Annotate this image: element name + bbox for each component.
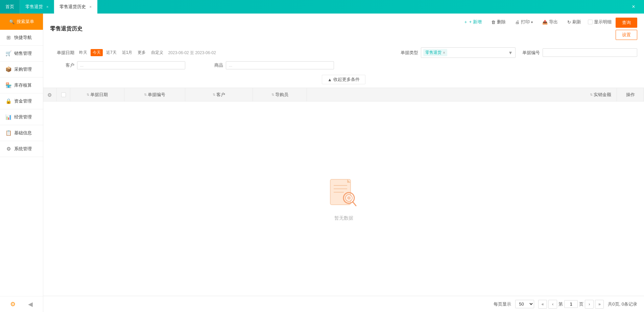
sidebar-item-purchase-mgmt[interactable]: 📦 采购管理 [0, 62, 43, 77]
page-unit: 页 [579, 301, 583, 307]
page-title-row: 零售退货历史 ＋ + 新增 🗑 删除 🖨 打印 [50, 18, 637, 43]
doc-no-label: 单据编号 [516, 50, 543, 56]
th-order-no-label: 单据编号 [148, 92, 165, 98]
goods-label: 商品 [199, 62, 226, 68]
date-more-btn[interactable]: 更多 [136, 49, 148, 56]
doc-type-tag-remove[interactable]: × [443, 50, 445, 55]
settings-button[interactable]: 设置 [616, 30, 637, 40]
date-1month-btn[interactable]: 近1月 [120, 49, 135, 56]
sidebar-settings-icon[interactable]: ⚙ [10, 300, 16, 308]
collapse-label: 收起更多条件 [333, 76, 360, 83]
purchase-mgmt-icon: 📦 [5, 66, 11, 72]
sort-guide-icon[interactable]: ⇅ [271, 93, 274, 96]
doc-type-select[interactable]: 零售退货 × ▾ [421, 47, 516, 58]
new-button[interactable]: ＋ + 新增 [461, 18, 484, 26]
sidebar-item-system-mgmt[interactable]: ⚙ 系统管理 [0, 141, 43, 157]
th-date-label: 单据日期 [90, 92, 108, 98]
search-icon: 🔍 [9, 19, 15, 24]
doc-type-arrow-icon[interactable]: ▾ [506, 49, 515, 56]
th-settings: ⚙ [43, 88, 57, 101]
th-operation: 操作 [617, 88, 644, 101]
doc-no-input[interactable] [543, 48, 637, 57]
sidebar-item-system-mgmt-label: 系统管理 [14, 146, 32, 152]
print-icon: 🖨 [515, 20, 520, 25]
collapse-icon: ▲ [328, 77, 332, 82]
delete-icon: 🗑 [491, 20, 496, 25]
page-last-btn[interactable]: » [595, 300, 604, 309]
date-today-btn[interactable]: 今天 [91, 49, 103, 56]
tab-retail-return-close[interactable]: × [46, 5, 48, 9]
tab-home[interactable]: 首页 [0, 0, 20, 14]
new-icon: ＋ [463, 19, 468, 25]
print-button[interactable]: 🖨 打印 ▾ [512, 18, 535, 26]
sidebar-item-business[interactable]: 📊 经营管理 [0, 109, 43, 125]
window-close-button[interactable]: × [628, 2, 639, 12]
sidebar-item-sales-mgmt[interactable]: 🛒 销售管理 [0, 46, 43, 62]
tab-retail-return-history-close[interactable]: × [89, 5, 91, 9]
doc-type-tag-label: 零售退货 [425, 50, 442, 55]
page-header: 零售退货历史 ＋ + 新增 🗑 删除 🖨 打印 [43, 14, 644, 88]
date-yesterday-btn[interactable]: 昨天 [77, 49, 89, 56]
page-first-btn[interactable]: « [538, 300, 547, 309]
collapse-more-btn[interactable]: ▲ 收起更多条件 [322, 75, 365, 84]
tab-retail-return-label: 零售退货 [25, 4, 43, 10]
sidebar-collapse-icon[interactable]: ◀ [28, 300, 33, 308]
th-checkbox [57, 88, 70, 101]
th-amount-label: 实销金额 [594, 92, 611, 98]
pagination-bar: 每页显示 10 20 50 100 « ‹ 第 页 › » 共0页, 0条记录 [43, 296, 644, 312]
customer-input[interactable]: ... [77, 61, 185, 69]
show-detail-checkbox[interactable] [588, 20, 593, 24]
total-info: 共0页, 0条记录 [608, 301, 637, 307]
refresh-button[interactable]: ↻ 刷新 [565, 18, 584, 26]
sidebar-item-basic-info[interactable]: 📋 基础信息 [0, 125, 43, 141]
sidebar-search-label: 搜索菜单 [17, 19, 34, 25]
customer-label: 客户 [50, 62, 77, 68]
query-button[interactable]: 查询 [616, 18, 637, 28]
goods-placeholder: ... [229, 63, 232, 68]
date-custom-btn[interactable]: 自定义 [149, 49, 165, 56]
quick-nav-icon: ⊞ [5, 35, 11, 41]
sort-order-icon[interactable]: ⇅ [144, 93, 147, 96]
column-settings-icon[interactable]: ⚙ [47, 92, 53, 97]
date-range-display: 2023-06-02 至 2023-06-02 [168, 50, 216, 56]
business-icon: 📊 [5, 114, 11, 120]
sort-date-icon[interactable]: ⇅ [87, 93, 89, 96]
empty-illustration [324, 176, 364, 210]
export-label: 导出 [549, 19, 558, 25]
sidebar-search[interactable]: 🔍 搜索菜单 [0, 14, 43, 30]
finance-icon: 🔒 [5, 98, 11, 104]
sidebar-item-finance[interactable]: 🔒 资金管理 [0, 93, 43, 109]
tab-retail-return-history-label: 零售退货历史 [59, 4, 86, 10]
page-number-input[interactable] [564, 300, 578, 308]
page-label: 第 [558, 301, 563, 307]
sidebar-item-basic-info-label: 基础信息 [14, 130, 32, 136]
select-all-checkbox[interactable] [61, 92, 66, 97]
sort-amount-icon[interactable]: ⇅ [590, 93, 593, 96]
th-customer: ⇅ 客户 [185, 88, 253, 101]
toolbar-right-btns: 查询 设置 [616, 18, 637, 40]
sidebar-item-purchase-mgmt-label: 采购管理 [14, 66, 32, 72]
sidebar-item-inventory[interactable]: 🏪 库存核算 [0, 77, 43, 93]
table-header: ⚙ ⇅ 单据日期 ⇅ 单据编号 ⇅ 客户 ⇅ [43, 88, 644, 102]
export-icon: 📤 [542, 20, 548, 25]
date-filter-group: 昨天 今天 近7天 近1月 更多 自定义 2023-06-02 至 2023-0… [77, 49, 394, 56]
page-prev-btn[interactable]: ‹ [548, 300, 557, 309]
th-guide-label: 导购员 [275, 92, 288, 98]
sort-customer-icon[interactable]: ⇅ [213, 93, 215, 96]
tab-retail-return[interactable]: 零售退货 × [20, 0, 54, 14]
main-layout: 🔍 搜索菜单 ⊞ 快捷导航 🛒 销售管理 📦 采购管理 🏪 库存核算 🔒 资金管… [0, 14, 644, 312]
goods-input[interactable]: ... [226, 61, 334, 69]
svg-line-7 [353, 202, 356, 206]
page-next-btn[interactable]: › [585, 300, 594, 309]
th-date: ⇅ 单据日期 [70, 88, 124, 101]
date-7days-btn[interactable]: 近7天 [104, 49, 119, 56]
th-operation-label: 操作 [626, 92, 635, 98]
sidebar-item-quick-nav[interactable]: ⊞ 快捷导航 [0, 30, 43, 46]
delete-button[interactable]: 🗑 删除 [488, 18, 508, 26]
sidebar-item-business-label: 经营管理 [14, 114, 32, 120]
tab-retail-return-history[interactable]: 零售退货历史 × [54, 0, 97, 14]
tab-home-label: 首页 [5, 4, 14, 10]
per-page-select[interactable]: 10 20 50 100 [515, 300, 534, 308]
export-button[interactable]: 📤 导出 [540, 18, 560, 26]
show-detail-row: 显示明细 [588, 19, 612, 25]
